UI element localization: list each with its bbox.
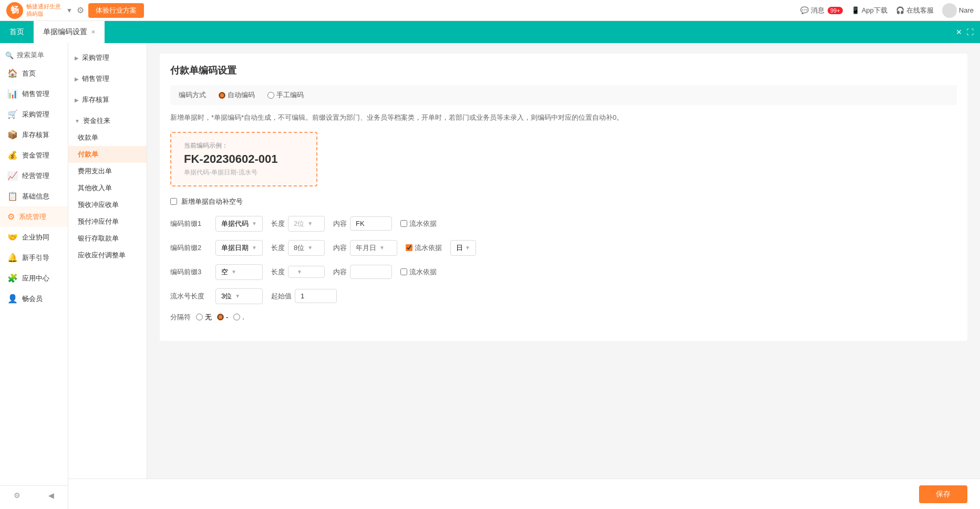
encoding-type-label: 编码方式 xyxy=(179,90,206,100)
inventory-icon: 📦 xyxy=(7,130,18,140)
content1-input[interactable] xyxy=(350,216,392,231)
sidebar-item-guide[interactable]: 🔔 新手引导 xyxy=(0,247,68,268)
manual-radio[interactable]: 手工编码 xyxy=(267,90,304,100)
prefix2-caret: ▼ xyxy=(252,245,257,251)
sidebar-item-operation[interactable]: 📈 经营管理 xyxy=(0,165,68,186)
sep-dash-radio[interactable]: - xyxy=(217,313,228,321)
minimize-icon[interactable]: ✕ xyxy=(956,28,962,36)
settings-icon[interactable]: ⚙ xyxy=(77,5,84,15)
message-btn[interactable]: 💬 消息 99+ xyxy=(800,6,843,15)
auto-fill-checkbox[interactable] xyxy=(170,198,177,205)
prefix2-select[interactable]: 单据日期 ▼ xyxy=(215,240,263,256)
user-avatar xyxy=(942,3,957,18)
sub-item-payment[interactable]: 付款单 xyxy=(68,146,147,163)
save-button[interactable]: 保存 xyxy=(919,485,967,503)
collapse-icon[interactable]: ◀ xyxy=(48,491,54,500)
sidebar-item-inventory[interactable]: 📦 库存核算 xyxy=(0,124,68,145)
sep-none-label: 无 xyxy=(205,313,212,322)
sidebar-label-enterprise: 企业协同 xyxy=(22,233,49,242)
sep-dot-input[interactable] xyxy=(233,314,240,320)
industry-btn[interactable]: 体验行业方案 xyxy=(88,3,144,18)
sub-item-prepay-pay[interactable]: 预付冲应付单 xyxy=(68,213,147,230)
separator-label: 分隔符 xyxy=(170,313,191,322)
sidebar-search[interactable]: 🔍 搜索菜单 xyxy=(0,47,68,63)
prefix1-select[interactable]: 单据代码 ▼ xyxy=(215,216,263,232)
preview-label: 当前编码示例： xyxy=(184,141,304,150)
content3-input[interactable] xyxy=(350,265,392,279)
sidebar-item-sales[interactable]: 📊 销售管理 xyxy=(0,84,68,104)
sub-item-receipt[interactable]: 收款单 xyxy=(68,129,147,146)
app-icon: 📱 xyxy=(851,6,860,14)
sep-none-input[interactable] xyxy=(196,314,203,320)
expand-icon[interactable]: ⛶ xyxy=(966,28,974,36)
serial-length-label: 流水号长度 xyxy=(170,292,207,301)
sidebar-item-purchase[interactable]: 🛒 采购管理 xyxy=(0,104,68,124)
sub-label-capital: 资金往来 xyxy=(83,116,110,126)
brand-tag: 插屿版 xyxy=(26,11,61,17)
stream3-check-input[interactable] xyxy=(400,268,407,275)
sidebar-item-finance[interactable]: 💰 资金管理 xyxy=(0,145,68,165)
length2-value: 8位 xyxy=(294,243,304,253)
sub-item-income[interactable]: 其他收入单 xyxy=(68,180,147,196)
brand-icon: 畅 xyxy=(6,2,23,19)
sidebar-item-home[interactable]: 🏠 首页 xyxy=(0,63,68,84)
sidebar-item-system[interactable]: ⚙ 系统管理 xyxy=(0,206,68,227)
serial-length-value: 3位 xyxy=(221,292,232,301)
stream2-unit-caret: ▼ xyxy=(465,245,470,251)
sub-header-sales[interactable]: ▶ 销售管理 xyxy=(68,70,147,87)
start-value-input[interactable] xyxy=(295,289,337,303)
tab-home-label: 首页 xyxy=(9,27,24,37)
arrow-purchase: ▶ xyxy=(75,55,79,61)
sub-item-expense[interactable]: 费用支出单 xyxy=(68,163,147,180)
length2-select[interactable]: 8位 ▼ xyxy=(288,240,325,256)
sidebar-item-basic[interactable]: 📋 基础信息 xyxy=(0,186,68,206)
stream1-check-input[interactable] xyxy=(400,220,407,227)
sep-none-radio[interactable]: 无 xyxy=(196,313,212,322)
sub-item-prepay-recv[interactable]: 预收冲应收单 xyxy=(68,196,147,213)
auto-radio[interactable]: 自动编码 xyxy=(219,90,255,100)
main-layout: 🔍 搜索菜单 🏠 首页 📊 销售管理 🛒 采购管理 📦 库存核算 💰 资金管理 … xyxy=(0,43,980,509)
length1-value: 2位 xyxy=(294,219,304,228)
prefix1-caret: ▼ xyxy=(252,221,257,226)
sub-header-purchase[interactable]: ▶ 采购管理 xyxy=(68,49,147,66)
manual-radio-input[interactable] xyxy=(267,92,274,99)
length3-select[interactable]: ▼ xyxy=(288,266,325,278)
sep-dash-input[interactable] xyxy=(217,314,224,320)
dropdown-arrow[interactable]: ▼ xyxy=(66,7,73,14)
sub-header-capital[interactable]: ▼ 资金往来 xyxy=(68,112,147,129)
sidebar-item-member[interactable]: 👤 畅会员 xyxy=(0,288,68,309)
prefix3-select[interactable]: 空 ▼ xyxy=(215,264,263,280)
sidebar-item-apps[interactable]: 🧩 应用中心 xyxy=(0,268,68,288)
sidebar-item-enterprise[interactable]: 🤝 企业协同 xyxy=(0,227,68,247)
search-icon: 🔍 xyxy=(5,51,14,59)
settings-bottom-icon[interactable]: ⚙ xyxy=(14,491,20,500)
prefix1-label: 编码前缀1 xyxy=(170,219,207,228)
user-area[interactable]: Nare xyxy=(942,3,974,18)
app-download-btn[interactable]: 📱 App下载 xyxy=(851,6,888,15)
tab-encoding[interactable]: 单据编码设置 × xyxy=(34,21,105,43)
home-icon: 🏠 xyxy=(7,68,18,78)
content2-select[interactable]: 年月日 ▼ xyxy=(350,240,397,256)
sub-item-bank[interactable]: 银行存取款单 xyxy=(68,230,147,247)
sidebar-label-home: 首页 xyxy=(22,69,36,78)
length1-field: 长度 2位 ▼ xyxy=(271,216,325,232)
stream2-check-input[interactable] xyxy=(406,244,412,251)
tab-home[interactable]: 首页 xyxy=(0,21,34,43)
length1-label: 长度 xyxy=(271,219,285,228)
auto-radio-input[interactable] xyxy=(219,92,225,99)
sub-group-sales: ▶ 销售管理 xyxy=(68,68,147,89)
stream2-unit-select[interactable]: 日 ▼ xyxy=(450,240,476,256)
length1-select[interactable]: 2位 ▼ xyxy=(288,216,325,232)
sub-header-stock[interactable]: ▶ 库存核算 xyxy=(68,91,147,108)
sub-label-purchase: 采购管理 xyxy=(82,53,109,63)
online-service-btn[interactable]: 🎧 在线客服 xyxy=(896,6,934,15)
sub-item-adjust[interactable]: 应收应付调整单 xyxy=(68,247,147,264)
message-badge: 99+ xyxy=(828,7,843,14)
sidebar: 🔍 搜索菜单 🏠 首页 📊 销售管理 🛒 采购管理 📦 库存核算 💰 资金管理 … xyxy=(0,43,68,509)
serial-length-select[interactable]: 3位 ▼ xyxy=(215,288,263,304)
sep-dot-radio[interactable]: . xyxy=(233,313,244,321)
start-value-label: 起始值 xyxy=(271,292,292,301)
tab-close-icon[interactable]: × xyxy=(91,28,95,36)
separator-section: 分隔符 无 - . xyxy=(170,313,957,322)
apps-icon: 🧩 xyxy=(7,273,18,283)
